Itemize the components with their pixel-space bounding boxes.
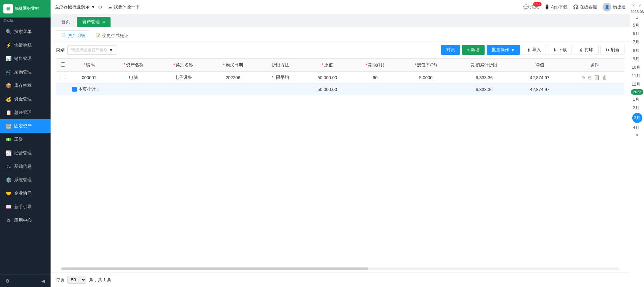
row-code: 000001 — [69, 72, 109, 84]
row-initial-accumulated: 6,333.36 — [453, 72, 515, 84]
month-item[interactable]: 5月 — [630, 21, 642, 30]
tab-home[interactable]: 首页 — [56, 17, 75, 27]
messages-badge: 99+ — [533, 2, 542, 6]
month-item[interactable]: 10月 — [630, 63, 642, 72]
refresh-button[interactable]: ↻ 刷新 — [601, 45, 624, 55]
sidebar-item-purchase[interactable]: 🛒 采购管理 — [0, 65, 51, 79]
edit-icon[interactable]: ✎ — [582, 75, 586, 80]
logo-icon: 畅 — [3, 4, 13, 13]
sidebar-item-capital[interactable]: 💰 资金管理 — [0, 92, 51, 106]
nav-down-icon[interactable]: ▼ — [634, 132, 640, 139]
experience-link[interactable]: ☁ 我要体验一下 — [108, 4, 140, 10]
page-size-select[interactable]: 50 100 200 — [67, 276, 86, 284]
sidebar-item-label-operations: 经营管理 — [14, 150, 32, 156]
detail-icon[interactable]: 📋 — [594, 75, 600, 80]
sidebar-item-nav[interactable]: ⚡ 快捷导航 — [0, 38, 51, 52]
tab-asset-mgmt[interactable]: 资产管理 × — [77, 17, 111, 27]
month-item[interactable]: 8月 — [630, 46, 642, 55]
system-icon: ⚙️ — [5, 177, 11, 183]
topbar-right: 💬 消息 99+ 📱 App下载 🎧 在线客服 👤 畅捷通 — [523, 3, 626, 11]
collapse-icon[interactable]: ◀ — [41, 278, 45, 284]
nav-up-icon[interactable]: ▲ — [634, 14, 640, 21]
sidebar-item-inventory[interactable]: 📦 库存核算 — [0, 79, 51, 92]
batch-label: 批量操作 — [492, 47, 509, 53]
col-checkbox — [56, 59, 69, 72]
horizontal-scrollbar[interactable] — [51, 265, 630, 272]
tab-close-icon[interactable]: × — [103, 20, 105, 24]
month-item[interactable]: 2月 — [630, 104, 642, 112]
col-name: *资产名称 — [109, 59, 158, 72]
month-item[interactable]: 7月 — [630, 38, 642, 46]
sidebar-item-basic[interactable]: 🗂 基础信息 — [0, 160, 51, 173]
reconcile-button[interactable]: 对账 — [441, 45, 460, 55]
print-label: 打印 — [585, 47, 593, 53]
sidebar-item-sales[interactable]: 📊 销售管理 — [0, 52, 51, 65]
online-service-btn[interactable]: 🎧 在线客服 — [573, 4, 597, 10]
voucher-gen-icon: 📝 — [95, 33, 100, 38]
row-purchase-date: 202206 — [208, 72, 258, 84]
right-sidebar-expand-icon[interactable]: ⤢ — [638, 3, 642, 8]
sidebar-item-label-sales: 销售管理 — [14, 56, 32, 62]
month-item[interactable]: 9月 — [630, 55, 642, 63]
sidebar-item-label-system: 系统管理 — [14, 177, 32, 183]
filter-category-select[interactable]: 请选择固定资产类别 ▼ — [67, 45, 117, 55]
user-area[interactable]: 👤 畅捷通 — [603, 3, 626, 11]
sidebar-item-fixed[interactable]: 🏢 固定资产 — [0, 119, 51, 133]
row-checkbox-cell[interactable] — [56, 72, 69, 84]
sidebar-item-salary[interactable]: 💵 工资 — [0, 133, 51, 146]
col-depreciation-method: 折旧方法 — [258, 59, 303, 72]
sidebar-item-label-ledger: 总账管理 — [14, 109, 32, 116]
sidebar-item-apps[interactable]: 🖥 应用中心 — [0, 214, 51, 227]
topbar-gear-icon[interactable]: ⚙ — [98, 4, 102, 10]
sidebar-item-guide[interactable]: 📖 新手引导 — [0, 200, 51, 214]
pagination: 每页 50 100 200 条，共 1 条 — [51, 272, 630, 287]
sidebar-item-system[interactable]: ⚙️ 系统管理 — [0, 173, 51, 187]
app-download-label: App下载 — [551, 4, 568, 10]
row-checkbox[interactable] — [61, 75, 65, 79]
sales-icon: 📊 — [5, 56, 11, 61]
filter-category-value: 请选择固定资产类别 — [71, 47, 108, 53]
batch-dropdown-icon: ▼ — [511, 47, 515, 53]
new-button[interactable]: + 新增 — [462, 45, 485, 55]
month-item[interactable]: 3月 — [632, 113, 642, 123]
right-sidebar-top: × ⤢ — [630, 3, 644, 9]
month-item[interactable]: 6月 — [630, 30, 642, 38]
sidebar-item-ledger[interactable]: 📋 总账管理 — [0, 106, 51, 119]
new-label: + 新增 — [467, 47, 480, 53]
reconcile-label: 对账 — [446, 47, 455, 53]
subtotal-row: 本页小计： 50,000.00 6,333.36 42,874.97 — [56, 84, 624, 95]
sidebar-item-search[interactable]: 🔍 搜索菜单 — [0, 25, 51, 38]
import-button[interactable]: ⬆ 导入 — [522, 45, 546, 55]
print-button[interactable]: 🖨 打印 — [574, 45, 599, 55]
year-tag[interactable]: 2023 — [631, 89, 643, 95]
username: 畅捷通 — [613, 4, 626, 10]
col-term: *期限(月) — [352, 59, 399, 72]
sidebar-item-enterprise[interactable]: 🤝 企业协同 — [0, 187, 51, 200]
select-all-checkbox[interactable] — [61, 62, 65, 67]
download-button[interactable]: ⬇ 下载 — [548, 45, 572, 55]
app-download-btn[interactable]: 📱 App下载 — [544, 4, 568, 10]
col-purchase-date: *购买日期 — [208, 59, 258, 72]
company-selector[interactable]: 医疗器械行业演示 ▼ — [55, 4, 95, 10]
settings-icon[interactable]: ⚙ — [5, 278, 10, 284]
messages-btn[interactable]: 💬 消息 99+ — [523, 4, 539, 10]
month-item[interactable]: 11月 — [630, 72, 642, 80]
online-service-label: 在线客服 — [580, 4, 597, 10]
inventory-icon: 📦 — [5, 83, 11, 88]
sidebar-item-label-apps: 应用中心 — [14, 217, 32, 223]
copy-icon[interactable]: ⎘ — [588, 75, 591, 80]
subtotal-label-text: 本页小计： — [78, 86, 100, 92]
sub-tab-asset-detail[interactable]: 📄 资产明细 — [56, 30, 90, 41]
month-item[interactable]: 4月 — [630, 124, 642, 132]
subtotal-label-cell: 本页小计： — [69, 84, 303, 95]
batch-button[interactable]: 批量操作 ▼ — [487, 45, 520, 55]
sidebar-item-label-basic: 基础信息 — [14, 163, 32, 169]
sub-tab-voucher-gen[interactable]: 📝 变更生成凭证 — [90, 30, 133, 41]
month-item[interactable]: 1月 — [630, 95, 642, 104]
online-service-icon: 🎧 — [573, 4, 578, 9]
right-sidebar-close-icon[interactable]: × — [632, 3, 635, 8]
col-code: *编码 — [69, 59, 109, 72]
sidebar-item-operations[interactable]: 📈 经营管理 — [0, 146, 51, 160]
delete-icon[interactable]: 🗑 — [602, 75, 607, 80]
month-item[interactable]: 12月 — [630, 80, 642, 89]
